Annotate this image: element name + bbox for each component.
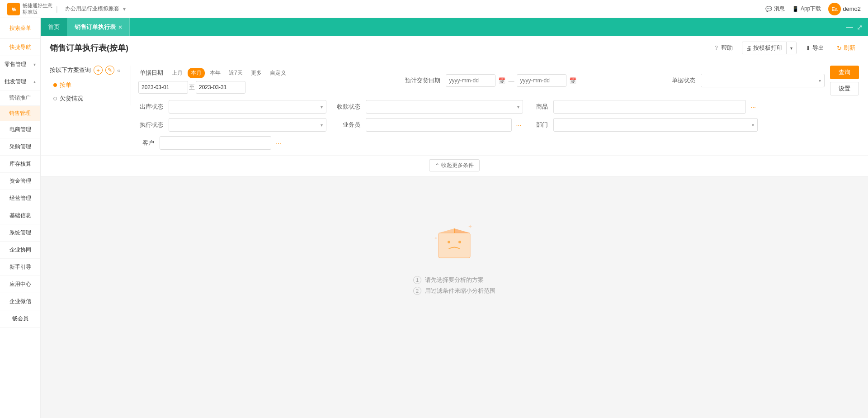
settings-btn[interactable]: 设置 <box>830 82 859 95</box>
print-dropdown-btn[interactable]: ▾ <box>787 42 796 54</box>
expected-date-start-calendar-icon[interactable]: 📅 <box>498 77 505 84</box>
date-tab-custom[interactable]: 自定义 <box>267 68 289 78</box>
sidebar-item-newbie[interactable]: 新手引导 <box>0 259 40 276</box>
goods-input[interactable] <box>553 100 746 114</box>
printer-icon: 🖨 <box>746 45 752 52</box>
filter-customer-field: 客户 ··· <box>138 136 283 150</box>
payment-label: 收款状态 <box>335 103 360 111</box>
date-tab-thismonth[interactable]: 本月 <box>188 68 205 78</box>
sidebar-item-quick-nav[interactable]: 快捷导航 <box>0 39 40 56</box>
sidebar-item-purchase[interactable]: 采购管理 <box>0 138 40 156</box>
payment-select-wrapper: ▾ <box>366 100 524 114</box>
dept-label: 部门 <box>532 121 548 129</box>
help-btn[interactable]: ？ 帮助 <box>710 42 736 54</box>
collapse-more-btn[interactable]: ⌃ 收起更多条件 <box>429 159 480 171</box>
header-right: 💬 消息 📱 App下载 Ea demo2 <box>765 3 861 15</box>
payment-select[interactable] <box>366 100 524 114</box>
tab-spacer <box>130 18 840 36</box>
date-tabs-group: 上月 本月 本年 近7天 更多 自定义 <box>169 68 289 78</box>
date-start-input[interactable] <box>138 81 188 94</box>
scheme-item-backorder[interactable]: 欠货情况 <box>50 92 125 105</box>
sidebar: 搜索菜单 快捷导航 零售管理 ▾ 批发管理 ▴ 营销推广 销售管理 电商管理 采… <box>0 18 41 418</box>
tab-maximize-icon[interactable]: ⤢ <box>857 23 863 32</box>
sidebar-item-wholesale[interactable]: 批发管理 ▴ <box>0 73 40 90</box>
scheme-item-order[interactable]: 按单 <box>50 78 125 92</box>
search-menu-btn[interactable]: 搜索菜单 <box>4 22 37 35</box>
tab-sales-order[interactable]: 销售订单执行表 × <box>67 18 130 36</box>
filter-scheme-panel: 按以下方案查询 + ✎ « 按单 欠货情况 <box>50 66 131 105</box>
filter-row-1: 单据日期 上月 本月 本年 近7天 更多 自定义 <box>138 66 859 95</box>
exec-select[interactable] <box>169 118 326 132</box>
filter-dept-field: 部门 ▾ <box>532 118 758 132</box>
filter-date-field: 单据日期 上月 本月 本年 近7天 更多 自定义 <box>138 68 395 94</box>
refresh-btn[interactable]: ↻ 刷新 <box>833 42 859 54</box>
export-icon: ⬇ <box>806 45 811 52</box>
message-btn[interactable]: 💬 消息 <box>765 5 785 13</box>
shipment-select[interactable] <box>169 100 326 114</box>
tab-bar: 首页 销售订单执行表 × — ⤢ <box>41 18 868 36</box>
avatar: Ea <box>828 3 841 15</box>
scheme-empty-dot <box>53 97 57 100</box>
svg-point-5 <box>448 241 450 243</box>
sidebar-item-wechat[interactable]: 企业微信 <box>0 293 40 310</box>
date-tab-7days[interactable]: 近7天 <box>226 68 246 78</box>
edit-scheme-btn[interactable]: ✎ <box>105 66 114 75</box>
print-btn[interactable]: 🖨 按模板打印 <box>742 42 786 54</box>
search-btn[interactable]: 查询 <box>830 66 859 79</box>
date-range-wrap: 至 <box>138 81 245 94</box>
active-tab-label: 销售订单执行表 <box>75 23 116 31</box>
date-tab-more[interactable]: 更多 <box>248 68 265 78</box>
status-select[interactable] <box>701 74 825 87</box>
sidebar-item-sales-manage[interactable]: 销售管理 <box>0 106 40 121</box>
logo-area[interactable]: 畅 畅捷通好生意 标准版 <box>7 3 52 15</box>
goods-dots-icon[interactable]: ··· <box>749 103 758 110</box>
svg-point-6 <box>458 241 461 243</box>
breadcrumb-text[interactable]: 办公用品行业模拟账套 <box>65 5 119 13</box>
sidebar-item-operation[interactable]: 经营管理 <box>0 190 40 207</box>
sidebar-item-basic-info[interactable]: 基础信息 <box>0 207 40 224</box>
breadcrumb-dropdown-icon[interactable]: ▾ <box>123 6 126 12</box>
collapse-scheme-icon[interactable]: « <box>117 67 120 74</box>
salesman-dots-icon[interactable]: ··· <box>514 121 524 128</box>
add-scheme-btn[interactable]: + <box>94 66 103 75</box>
sidebar-item-member[interactable]: 畅会员 <box>0 310 40 328</box>
dept-select[interactable] <box>553 118 758 132</box>
expected-date-end-calendar-icon[interactable]: 📅 <box>569 77 576 84</box>
filter-action-row: ⌃ 收起更多条件 <box>41 155 868 176</box>
customer-dots-icon[interactable]: ··· <box>274 139 283 147</box>
filter-exec-field: 执行状态 ▾ <box>138 118 326 132</box>
message-icon: 💬 <box>765 6 772 12</box>
collapse-icon: ⌃ <box>435 162 439 169</box>
customer-input[interactable] <box>160 136 271 150</box>
sidebar-item-app-center[interactable]: 应用中心 <box>0 276 40 293</box>
user-menu[interactable]: Ea demo2 <box>828 3 861 15</box>
tab-close-icon[interactable]: × <box>118 24 122 30</box>
expected-date-end-input[interactable] <box>517 74 566 87</box>
sidebar-item-system[interactable]: 系统管理 <box>0 224 40 242</box>
app-download-btn[interactable]: 📱 App下载 <box>792 5 821 13</box>
sidebar-item-enterprise[interactable]: 企业协同 <box>0 242 40 259</box>
export-btn[interactable]: ⬇ 导出 <box>802 42 828 54</box>
sidebar-item-retail[interactable]: 零售管理 ▾ <box>0 56 40 73</box>
header-divider: | <box>56 5 58 13</box>
content-area: 首页 销售订单执行表 × — ⤢ 销售订单执行表(按单) ？ 帮助 <box>41 18 868 418</box>
tab-minimize-icon[interactable]: — <box>846 23 853 31</box>
sidebar-item-ecommerce[interactable]: 电商管理 <box>0 121 40 138</box>
sidebar-item-finance[interactable]: 资金管理 <box>0 173 40 190</box>
date-tab-thisyear[interactable]: 本年 <box>207 68 224 78</box>
date-tab-lastmonth[interactable]: 上月 <box>169 68 186 78</box>
salesman-label: 业务员 <box>335 121 360 129</box>
tab-home[interactable]: 首页 <box>41 18 67 36</box>
logo-icon: 畅 <box>7 3 20 15</box>
print-btn-split: 🖨 按模板打印 ▾ <box>742 42 797 54</box>
date-separator: 至 <box>189 83 195 91</box>
salesman-input[interactable] <box>366 118 512 132</box>
sidebar-item-inventory[interactable]: 库存核算 <box>0 156 40 173</box>
user-name: demo2 <box>843 5 861 12</box>
top-header: 畅 畅捷通好生意 标准版 | 办公用品行业模拟账套 ▾ 💬 消息 📱 App下载… <box>0 0 868 18</box>
expected-date-start-input[interactable] <box>446 74 495 87</box>
date-end-input[interactable] <box>196 81 245 94</box>
date-label: 单据日期 <box>138 69 163 77</box>
sidebar-item-marketing[interactable]: 营销推广 <box>0 90 40 106</box>
print-arrow-icon: ▾ <box>790 46 793 51</box>
